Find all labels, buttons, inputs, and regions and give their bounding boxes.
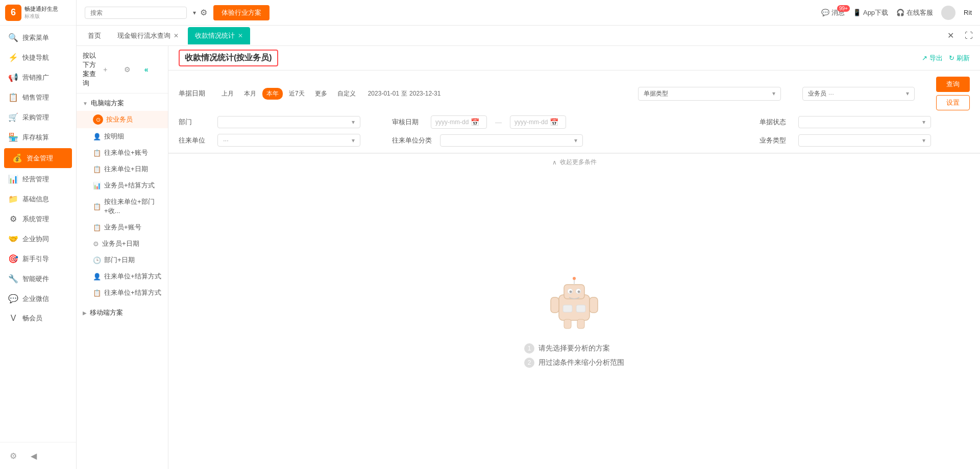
tree-item-supplier-dept-collect[interactable]: 📋按往来单位+部门+收...: [77, 194, 168, 219]
tree-item-supplier-date[interactable]: 📋往来单位+日期: [77, 161, 168, 177]
tree-item-dept-date[interactable]: 🕒部门+日期: [77, 252, 168, 268]
sidebar-label-quick-nav: 快捷导航: [22, 53, 49, 62]
tree-item-supplier-settle1[interactable]: 👤往来单位+结算方式: [77, 268, 168, 285]
tree-desktop-header[interactable]: ▼ 电脑端方案: [77, 96, 168, 111]
review-date-end[interactable]: yyyy-mm-dd 📅: [510, 115, 566, 129]
tree-item-salesman-account[interactable]: 📋业务员+账号: [77, 219, 168, 236]
topbar-center: ▾ ⚙: [193, 8, 207, 17]
date-tab-more[interactable]: 更多: [311, 88, 331, 100]
item-icon-supplier-settle1: 👤: [93, 273, 101, 280]
sidebar-item-purchase[interactable]: 🛒采购管理: [0, 107, 76, 127]
refresh-button[interactable]: ↻ 刷新: [949, 54, 970, 63]
sidebar-bottom: ⚙ ◀: [0, 442, 76, 469]
sidebar-collapse-btn[interactable]: ◀: [26, 448, 42, 464]
tab-home-label: 首页: [88, 31, 101, 40]
sidebar-item-inventory[interactable]: 🏪库存核算: [0, 127, 76, 147]
counterpart-select[interactable]: ··· ▾: [217, 134, 360, 147]
sidebar-settings-btn[interactable]: ⚙: [5, 448, 21, 464]
sidebar-item-system[interactable]: ⚙系统管理: [0, 209, 76, 229]
sidebar-item-quick-nav[interactable]: ⚡快捷导航: [0, 48, 76, 67]
left-panel-settings-btn[interactable]: ⚙: [124, 65, 141, 74]
left-panel-add-btn[interactable]: +: [103, 65, 120, 74]
filter-row-3: 往来单位 ··· ▾ 往来单位分类 ▾ 业务类型 ▾: [179, 134, 970, 147]
tree-item-by-detail[interactable]: 👤按明细: [77, 128, 168, 145]
topbar-message[interactable]: 💬 消息 99+: [821, 8, 845, 17]
topbar-dropdown[interactable]: ▾: [193, 9, 196, 16]
sidebar-item-operation[interactable]: 📊经营管理: [0, 169, 76, 189]
item-icon-salesman-account: 📋: [93, 224, 101, 231]
topbar-online-service[interactable]: 🎧 在线客服: [896, 8, 933, 17]
left-panel-collapse-btn[interactable]: «: [144, 65, 162, 74]
sidebar-item-hardware[interactable]: 🔧智能硬件: [0, 269, 76, 289]
item-icon-salesman-date: ⚙: [93, 240, 99, 248]
counterpart-label: 往来单位: [179, 136, 209, 145]
topbar-gear-icon[interactable]: ⚙: [200, 8, 207, 17]
sidebar-item-corp[interactable]: 🤝企业协同: [0, 229, 76, 249]
message-badge: 99+: [837, 5, 850, 12]
sidebar-label-marketing: 营销推广: [22, 73, 49, 82]
right-panel: 收款情况统计(按业务员) ↗ 导出 ↻ 刷新 单据日期: [168, 46, 980, 469]
topbar-app-download[interactable]: 📱 App下载: [853, 8, 888, 17]
date-tab-last7[interactable]: 近7天: [285, 88, 309, 100]
tree-item-salesman-settle[interactable]: 📊业务员+结算方式: [77, 177, 168, 194]
app-logo: 6 畅捷通好生意 标准版: [0, 0, 76, 26]
sidebar-item-wechat[interactable]: 💬企业微信: [0, 289, 76, 309]
date-tab-last-month[interactable]: 上月: [217, 88, 238, 100]
sidebar-item-guide[interactable]: 🎯新手引导: [0, 249, 76, 269]
counterpart-more-icon[interactable]: ···: [223, 136, 229, 144]
svg-rect-1: [564, 285, 584, 299]
tab-home[interactable]: 首页: [81, 27, 108, 44]
tab-expand-btn[interactable]: ⛶: [962, 29, 976, 43]
tab-bank[interactable]: 现金银行流水查询 ✕: [110, 27, 186, 44]
review-date-start[interactable]: yyyy-mm-dd 📅: [431, 115, 487, 129]
sidebar-icon-purchase: 🛒: [8, 112, 18, 122]
tree-mobile-header[interactable]: ▶ 移动端方案: [77, 305, 168, 320]
svg-point-5: [578, 291, 580, 293]
main-area: ▾ ⚙ 体验行业方案 💬 消息 99+ 📱 App下载 🎧 在线客服 Rit 首: [77, 0, 980, 469]
tree-item-supplier-account[interactable]: 📋往来单位+账号: [77, 145, 168, 161]
salesman-more-icon[interactable]: ···: [828, 90, 834, 98]
tree-item-supplier-settle2[interactable]: 📋往来单位+结算方式: [77, 285, 168, 301]
sidebar-item-member[interactable]: V畅会员: [0, 309, 76, 328]
trial-button[interactable]: 体验行业方案: [213, 5, 270, 20]
tab-receipt[interactable]: 收款情况统计 ✕: [188, 27, 250, 44]
business-type-select[interactable]: ▾: [798, 134, 931, 147]
tree-item-salesman-date[interactable]: ⚙业务员+日期: [77, 236, 168, 252]
tab-bank-close[interactable]: ✕: [174, 32, 179, 39]
business-type-label: 业务类型: [760, 136, 790, 145]
item-icon-supplier-date: 📋: [93, 166, 101, 173]
dept-select[interactable]: ▾: [217, 116, 360, 128]
date-tab-custom[interactable]: 自定义: [333, 88, 360, 100]
tree-item-by-salesperson[interactable]: ⊙按业务员: [77, 111, 168, 128]
salesman-label: 业务员: [808, 89, 826, 98]
collapse-bar[interactable]: ∧ 收起更多条件: [168, 153, 980, 171]
sidebar-item-marketing[interactable]: 📢营销推广: [0, 67, 76, 87]
item-label-salesman-settle: 业务员+结算方式: [104, 181, 155, 190]
item-label-supplier-dept-collect: 按往来单位+部门+收...: [104, 197, 162, 216]
search-input[interactable]: [85, 7, 187, 19]
settings-button[interactable]: 设置: [936, 95, 970, 110]
left-panel: 按以下方案查询 + ⚙ « ▼ 电脑端方案 ⊙按业务员👤按明细📋往来单位+账号📋…: [77, 46, 168, 469]
tab-receipt-close[interactable]: ✕: [238, 32, 243, 39]
tab-close-btn[interactable]: ✕: [943, 29, 958, 43]
counterpart-classify-arrow: ▾: [574, 137, 577, 144]
date-tab-this-year[interactable]: 本年: [262, 88, 283, 100]
query-button[interactable]: 查询: [936, 77, 970, 92]
sidebar-item-finance[interactable]: 💰资金管理: [4, 148, 72, 168]
item-label-salesman-date: 业务员+日期: [102, 239, 139, 248]
sidebar-icon-member: V: [8, 314, 18, 323]
sidebar-item-sales[interactable]: 📋销售管理: [0, 87, 76, 107]
doc-type-select[interactable]: 单据类型 ▾: [638, 87, 781, 101]
sidebar-item-search[interactable]: 🔍搜索菜单: [0, 28, 76, 48]
sidebar-icon-quick-nav: ⚡: [8, 53, 18, 62]
item-icon-supplier-account: 📋: [93, 149, 101, 157]
doc-status-select[interactable]: ▾: [798, 116, 931, 128]
salesman-select[interactable]: 业务员 ··· ▾: [802, 87, 915, 101]
app-version: 标准版: [24, 13, 58, 20]
counterpart-classify-select[interactable]: ▾: [440, 134, 583, 147]
left-panel-header: 按以下方案查询 + ⚙ «: [77, 46, 168, 93]
export-button[interactable]: ↗ 导出: [922, 54, 943, 63]
sidebar-item-basic[interactable]: 📁基础信息: [0, 189, 76, 209]
date-tab-this-month[interactable]: 本月: [240, 88, 260, 100]
topbar-search[interactable]: [85, 7, 187, 19]
